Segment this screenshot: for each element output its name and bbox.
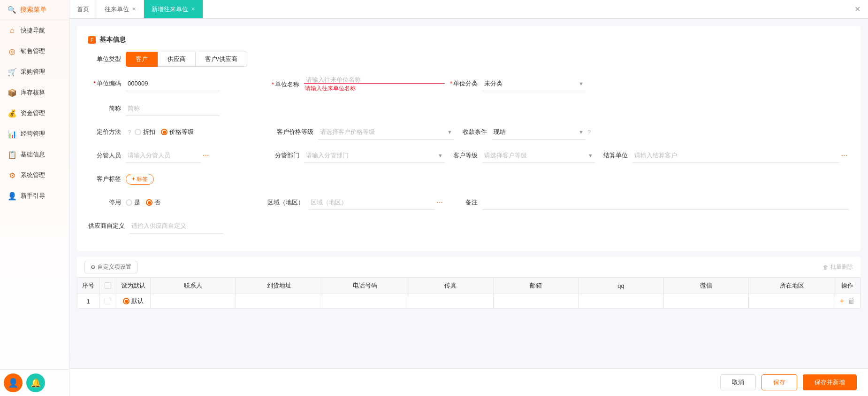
pricing-radio-group: 折扣 价格等级	[135, 128, 194, 136]
region-input[interactable]	[309, 195, 435, 210]
notification-icon[interactable]: 🔔	[26, 373, 45, 392]
row-fax[interactable]	[408, 294, 493, 309]
customer-price-level-select[interactable]: 请选择客户价格等级 ▼	[318, 124, 454, 140]
tab-new-partner[interactable]: 新增往来单位 ✕	[144, 0, 203, 18]
customer-level-field: 客户等级 请选择客户等级 ▼	[445, 148, 595, 163]
user-avatar[interactable]: 👤	[4, 373, 23, 392]
sidebar-item-quick-nav[interactable]: ⌂快捷导航	[0, 20, 69, 41]
unit-code-field: 单位编码	[88, 76, 266, 91]
row-region[interactable]	[749, 294, 835, 309]
unit-code-input[interactable]	[126, 76, 220, 91]
row-default-radio[interactable]: 默认	[121, 297, 145, 305]
row-contact[interactable]	[151, 294, 236, 309]
sidebar-items: ⌂快捷导航◎销售管理🛒采购管理📦库存核算💰资金管理📊经营管理📋基础信息⚙系统管理…	[0, 20, 69, 206]
customer-level-select[interactable]: 请选择客户等级 ▼	[482, 148, 595, 163]
level-radio-circle	[161, 129, 168, 135]
unit-type-customer[interactable]: 客户	[126, 52, 158, 67]
unit-name-input[interactable]	[304, 76, 445, 84]
row-phone[interactable]	[322, 294, 408, 309]
payment-terms-select[interactable]: 现结 ▼	[492, 124, 586, 140]
select-all-checkbox[interactable]	[105, 282, 111, 289]
payment-help-icon[interactable]: ?	[587, 129, 591, 136]
disable-radio-group: 是 否	[126, 198, 160, 207]
region-more-btn[interactable]: ···	[435, 198, 445, 207]
form-row-6: 停用 是 否 区域（地区）	[88, 195, 849, 210]
sidebar-item-sales[interactable]: ◎销售管理	[0, 41, 69, 62]
payment-terms-field: 收款条件 现结 ▼ ?	[454, 124, 849, 140]
tab-partners[interactable]: 往来单位 ✕	[97, 0, 144, 18]
manager-input[interactable]	[126, 148, 201, 163]
sidebar-label-finance: 资金管理	[21, 109, 45, 117]
remark-input[interactable]	[482, 195, 849, 210]
inventory-icon: 📦	[8, 88, 17, 97]
disable-no-radio[interactable]: 否	[146, 198, 160, 207]
sidebar-item-guide[interactable]: 👤新手引导	[0, 186, 69, 206]
save-button[interactable]: 保存	[761, 374, 797, 390]
contact-input[interactable]	[155, 298, 231, 305]
tab-bar: 首页 往来单位 ✕ 新增往来单位 ✕ ✕	[69, 0, 868, 19]
main-content: F 基本信息 单位类型 客户 供应商 客户/供应商 单位编码 单位名称	[69, 19, 868, 368]
email-input[interactable]	[498, 298, 574, 305]
tab-home[interactable]: 首页	[69, 0, 97, 18]
address-input[interactable]	[241, 298, 317, 305]
payment-terms-label: 收款条件	[454, 124, 492, 140]
batch-delete-button[interactable]: 🗑 批量删除	[823, 263, 853, 271]
payment-terms-arrow: ▼	[579, 129, 584, 135]
sidebar-label-sales: 销售管理	[21, 47, 45, 55]
custom-settings-button[interactable]: ⚙ 自定义项设置	[84, 261, 137, 273]
table-row: 1 默认	[77, 294, 860, 309]
short-name-input[interactable]	[126, 101, 220, 116]
pricing-discount-radio[interactable]: 折扣	[135, 128, 155, 136]
save-new-button[interactable]: 保存并新增	[803, 374, 857, 390]
tab-partners-close[interactable]: ✕	[132, 6, 136, 12]
row-email[interactable]	[493, 294, 579, 309]
unit-category-select[interactable]: 未分类 ▼	[482, 76, 586, 91]
row-checkbox[interactable]	[105, 298, 111, 304]
settlement-more-btn[interactable]: ···	[839, 151, 849, 160]
col-contact: 联系人	[151, 278, 236, 294]
disable-no-circle	[146, 199, 152, 206]
manager-more-btn[interactable]: ···	[201, 151, 211, 160]
sidebar-item-purchase[interactable]: 🛒采购管理	[0, 62, 69, 82]
phone-input[interactable]	[327, 298, 403, 305]
unit-type-supplier[interactable]: 供应商	[158, 52, 196, 67]
supplier-custom-label: 供应商自定义	[88, 218, 129, 233]
department-select[interactable]: 请输入分管部门 ▼	[304, 148, 445, 163]
row-wechat[interactable]	[663, 294, 749, 309]
row-qq[interactable]	[579, 294, 663, 309]
operations-icon: 📊	[8, 129, 17, 139]
add-row-btn[interactable]: +	[840, 297, 844, 305]
manager-label: 分管人员	[88, 148, 126, 163]
col-email: 邮箱	[493, 278, 579, 294]
pricing-level-radio[interactable]: 价格等级	[161, 128, 194, 136]
pricing-help-icon[interactable]: ?	[128, 129, 131, 136]
delete-row-btn[interactable]: 🗑	[848, 297, 855, 305]
fax-input[interactable]	[413, 298, 488, 305]
sidebar-item-basic[interactable]: 📋基础信息	[0, 144, 69, 165]
disable-yes-circle	[126, 199, 132, 206]
search-icon: 🔍	[8, 6, 16, 14]
tab-new-partner-close[interactable]: ✕	[191, 6, 195, 12]
tag-add-button[interactable]: + 标签	[126, 174, 154, 185]
disable-yes-radio[interactable]: 是	[126, 198, 140, 207]
supplier-custom-input[interactable]	[129, 218, 223, 233]
row-address[interactable]	[236, 294, 322, 309]
settlement-unit-field: 结算单位 ···	[595, 148, 849, 163]
sidebar-item-system[interactable]: ⚙系统管理	[0, 165, 69, 186]
col-default: 设为默认	[116, 278, 151, 294]
batch-delete-label: 批量删除	[830, 263, 853, 271]
sidebar-item-inventory[interactable]: 📦库存核算	[0, 82, 69, 103]
sidebar-search[interactable]: 🔍 搜索菜单	[0, 0, 69, 20]
basic-icon: 📋	[8, 150, 17, 159]
tab-new-partner-label: 新增往来单位	[152, 5, 188, 14]
wechat-input[interactable]	[669, 298, 744, 305]
settlement-unit-input[interactable]	[632, 148, 839, 163]
cancel-button[interactable]: 取消	[720, 374, 756, 390]
customer-tag-field: 客户标签 + 标签	[88, 171, 849, 186]
unit-type-both[interactable]: 客户/供应商	[196, 52, 247, 67]
window-close-button[interactable]: ✕	[847, 5, 868, 14]
sidebar-item-finance[interactable]: 💰资金管理	[0, 103, 69, 124]
qq-input[interactable]	[583, 298, 658, 305]
row-region-input[interactable]	[754, 298, 830, 305]
sidebar-item-operations[interactable]: 📊经营管理	[0, 124, 69, 144]
